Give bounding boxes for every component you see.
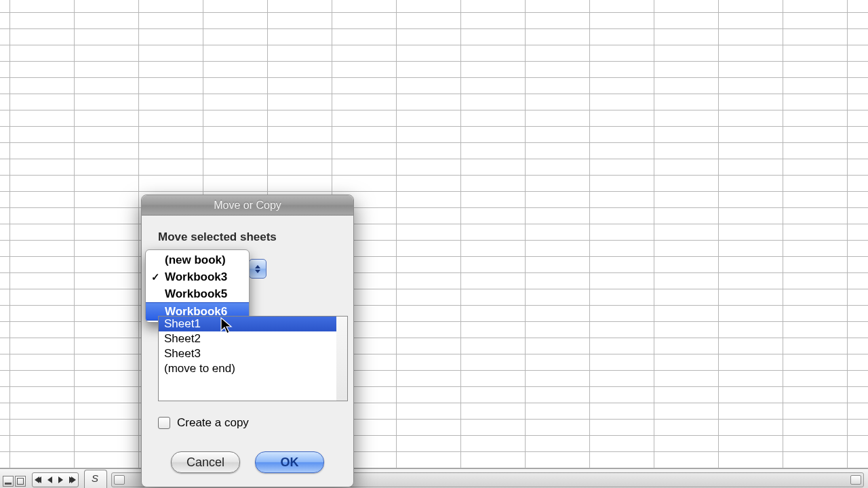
to-book-option-workbook5[interactable]: Workbook5 bbox=[146, 285, 249, 302]
to-book-select[interactable]: (new book) Workbook3 Workbook5 Workbook6 bbox=[158, 259, 337, 278]
sheet-nav bbox=[32, 472, 79, 487]
ok-button[interactable]: OK bbox=[255, 451, 324, 473]
next-sheet-icon[interactable] bbox=[58, 476, 63, 483]
cancel-button[interactable]: Cancel bbox=[171, 451, 240, 473]
last-sheet-icon[interactable] bbox=[69, 476, 74, 483]
sheet-option-sheet3[interactable]: Sheet3 bbox=[159, 346, 337, 361]
sheet-option-sheet1[interactable]: Sheet1 bbox=[159, 317, 337, 331]
sheet-tab[interactable]: S bbox=[84, 470, 107, 488]
create-a-copy-checkbox[interactable] bbox=[158, 417, 170, 429]
create-a-copy-label: Create a copy bbox=[177, 416, 249, 430]
before-sheet-listbox[interactable]: Sheet1 Sheet2 Sheet3 (move to end) bbox=[158, 316, 337, 401]
move-or-copy-dialog: Move or Copy Move selected sheets (new b… bbox=[141, 195, 354, 487]
first-sheet-icon[interactable] bbox=[37, 476, 41, 483]
sheet-option-sheet2[interactable]: Sheet2 bbox=[159, 331, 337, 346]
listbox-scrollbar[interactable] bbox=[336, 316, 348, 401]
prev-sheet-icon[interactable] bbox=[47, 476, 52, 483]
move-selected-sheets-label: Move selected sheets bbox=[158, 230, 337, 244]
dropdown-arrow-icon[interactable] bbox=[249, 259, 267, 279]
to-book-option-newbook[interactable]: (new book) bbox=[146, 251, 249, 268]
spreadsheet-grid[interactable] bbox=[0, 0, 868, 488]
sheet-tab-bar: S bbox=[0, 468, 868, 488]
dialog-title: Move or Copy bbox=[142, 195, 353, 216]
window-minimize-icon[interactable] bbox=[3, 476, 14, 487]
sheet-option-movetoend[interactable]: (move to end) bbox=[159, 361, 337, 376]
to-book-option-workbook3[interactable]: Workbook3 bbox=[146, 268, 249, 285]
to-book-popup[interactable]: (new book) Workbook3 Workbook5 Workbook6 bbox=[145, 249, 250, 323]
window-restore-icon[interactable] bbox=[15, 476, 26, 487]
